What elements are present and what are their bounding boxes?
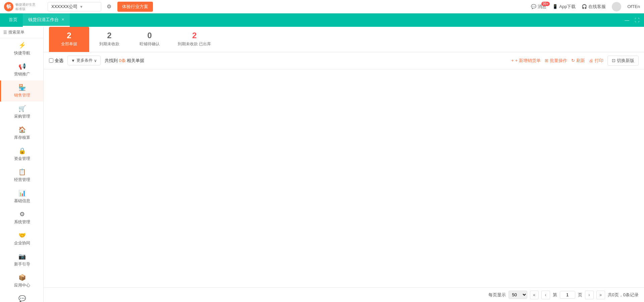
company-dropdown-arrow-icon: ▼ — [79, 5, 83, 9]
message-button[interactable]: 💬 消息 99+ — [531, 4, 546, 10]
sidebar-item-enterprise[interactable]: 🤝 企业协同 — [0, 228, 43, 249]
company-name: XXXXXX公司 — [51, 4, 77, 10]
company-selector[interactable]: XXXXXX公司 ▼ — [48, 2, 101, 11]
tab-cashflow[interactable]: 钱货日清工作台 ✕ — [23, 13, 70, 27]
sidebar-label-inventory: 库存核算 — [14, 135, 30, 140]
sidebar-label-quick-nav: 快捷导航 — [14, 50, 30, 56]
filter-icon: ▼ — [71, 58, 75, 63]
sidebar-item-quick-nav[interactable]: ⚡ 快捷导航 — [0, 38, 43, 59]
refresh-button[interactable]: ↻ 刷新 — [571, 58, 585, 64]
batch-icon: ⊞ — [545, 58, 548, 63]
sidebar-label-finance: 资金管理 — [14, 156, 30, 162]
filter-button[interactable]: ▼ 更多条件 ∨ — [67, 56, 101, 65]
sidebar-item-guide[interactable]: 📷 新手引导 — [0, 249, 43, 270]
select-all-checkbox[interactable]: 全选 — [49, 58, 63, 64]
stat-count-overdue: 2 — [107, 31, 111, 41]
sidebar: ☰ 搜索菜单 ⚡ 快捷导航 📢 营销推广 🏪 销售管理 🛒 采购管理 🏠 库存核… — [0, 27, 44, 302]
batch-operation-button[interactable]: ⊞ 批量操作 — [545, 58, 567, 64]
sidebar-label-guide: 新手引导 — [14, 261, 30, 267]
tab-home[interactable]: 首页 — [3, 13, 23, 27]
switch-icon: ⊡ — [612, 58, 615, 63]
tab-bar: 首页 钱货日清工作台 ✕ — ⛶ — [0, 13, 644, 27]
total-info: 共0页，0条记录 — [608, 292, 639, 298]
stat-tab-pending[interactable]: 0 旺铺待确认 — [129, 27, 170, 52]
sidebar-item-basic-info[interactable]: 📊 基础信息 — [0, 186, 43, 207]
refresh-label: 刷新 — [576, 58, 585, 64]
sidebar-label-purchase: 采购管理 — [14, 114, 30, 119]
logo-name: 畅捷通好生意 — [15, 2, 36, 7]
online-service-button[interactable]: 🎧 在线客服 — [582, 4, 606, 10]
sidebar-label-app-center: 应用中心 — [14, 283, 30, 288]
logo-sub: 标准版 — [15, 7, 36, 11]
logo-text: 畅捷通好生意 标准版 — [15, 2, 36, 11]
top-bar: 畅 畅捷通好生意 标准版 XXXXXX公司 ▼ ⚙ 体验行业方案 💬 消息 99… — [0, 0, 644, 13]
inventory-icon: 🏠 — [18, 126, 26, 133]
print-label: 打印 — [595, 58, 603, 64]
per-page-select[interactable]: 50 20 100 — [508, 291, 527, 299]
switch-version-button[interactable]: ⊡ 切换新版 — [607, 56, 639, 66]
print-icon: 🖨 — [589, 58, 593, 63]
logo-icon: 畅 — [4, 2, 13, 11]
sidebar-item-operations[interactable]: 📋 经营管理 — [0, 165, 43, 186]
avatar[interactable] — [612, 2, 621, 11]
tab-maximize-icon[interactable]: ⛶ — [633, 16, 641, 24]
sidebar-item-weixin[interactable]: 💬 企业微信 — [0, 292, 43, 302]
stat-label-overdue-out: 到期未收款 已出库 — [178, 41, 211, 47]
settings-button[interactable]: ⚙ — [104, 2, 114, 12]
online-service-label: 在线客服 — [588, 4, 606, 10]
username[interactable]: OfTEn — [627, 4, 640, 9]
switch-label: 切换新版 — [617, 58, 634, 64]
sidebar-item-purchase[interactable]: 🛒 采购管理 — [0, 102, 43, 123]
batch-label: 批量操作 — [550, 58, 567, 64]
gear-icon: ⚙ — [107, 3, 111, 10]
marketing-icon: 📢 — [18, 63, 26, 70]
select-all-input[interactable] — [49, 58, 53, 63]
page-suffix: 页 — [578, 292, 582, 298]
stat-tab-all[interactable]: 2 全部单据 — [49, 27, 89, 52]
service-icon: 🎧 — [582, 4, 587, 9]
tab-minimize-icon[interactable]: — — [623, 16, 631, 24]
content-area: 2 全部单据 2 到期未收款 0 旺铺待确认 2 到期未收款 已出库 全选 — [44, 27, 644, 302]
tab-bar-actions: — ⛶ — [623, 13, 641, 27]
sidebar-item-finance[interactable]: 🔒 资金管理 — [0, 144, 43, 165]
purchase-icon: 🛒 — [18, 105, 26, 112]
weixin-icon: 💬 — [18, 295, 26, 302]
stat-tab-overdue-out[interactable]: 2 到期未收款 已出库 — [170, 27, 219, 52]
table-area — [44, 69, 644, 287]
sidebar-item-marketing[interactable]: 📢 营销推广 — [0, 59, 43, 80]
last-page-icon: » — [599, 293, 602, 297]
next-page-icon: › — [589, 293, 590, 297]
sidebar-item-system[interactable]: ⚙ 系统管理 — [0, 207, 43, 228]
last-page-button[interactable]: » — [596, 291, 605, 299]
sidebar-item-sales[interactable]: 🏪 销售管理 — [0, 80, 43, 102]
app-download-button[interactable]: 📱 App下载 — [552, 4, 576, 10]
tab-close-icon[interactable]: ✕ — [61, 17, 64, 22]
stat-count-all: 2 — [67, 31, 71, 41]
page-number-input[interactable] — [560, 291, 575, 299]
trial-button[interactable]: 体验行业方案 — [117, 2, 153, 12]
prev-page-button[interactable]: ‹ — [541, 291, 550, 299]
sidebar-label-operations: 经营管理 — [14, 177, 30, 183]
search-menu-button[interactable]: ☰ 搜索菜单 — [0, 27, 43, 38]
tab-cashflow-label: 钱货日清工作台 — [28, 17, 59, 23]
enterprise-icon: 🤝 — [18, 232, 26, 239]
sidebar-item-app-center[interactable]: 📦 应用中心 — [0, 270, 43, 292]
first-page-button[interactable]: « — [530, 291, 539, 299]
download-icon: 📱 — [552, 4, 558, 9]
toolbar-right: + + 新增销货单 ⊞ 批量操作 ↻ 刷新 🖨 打印 ⊡ 切换新版 — [511, 56, 639, 66]
page-label: 第 — [553, 292, 557, 298]
print-button[interactable]: 🖨 打印 — [589, 58, 603, 64]
stat-tab-overdue[interactable]: 2 到期未收款 — [89, 27, 129, 52]
stats-tabs: 2 全部单据 2 到期未收款 0 旺铺待确认 2 到期未收款 已出库 — [44, 27, 644, 52]
logo-area: 畅 畅捷通好生意 标准版 — [4, 2, 48, 11]
sidebar-item-inventory[interactable]: 🏠 库存核算 — [0, 123, 43, 144]
basic-info-icon: 📊 — [18, 189, 26, 197]
top-right-area: 💬 消息 99+ 📱 App下载 🎧 在线客服 OfTEn — [531, 2, 640, 11]
select-all-label: 全选 — [55, 58, 63, 64]
sidebar-label-enterprise: 企业协同 — [14, 240, 30, 246]
found-count: 0条 — [119, 58, 126, 63]
next-page-button[interactable]: › — [585, 291, 594, 299]
filter-label: 更多条件 — [76, 58, 93, 63]
add-sale-order-button[interactable]: + + 新增销货单 — [511, 58, 541, 64]
stat-label-pending: 旺铺待确认 — [140, 41, 160, 47]
